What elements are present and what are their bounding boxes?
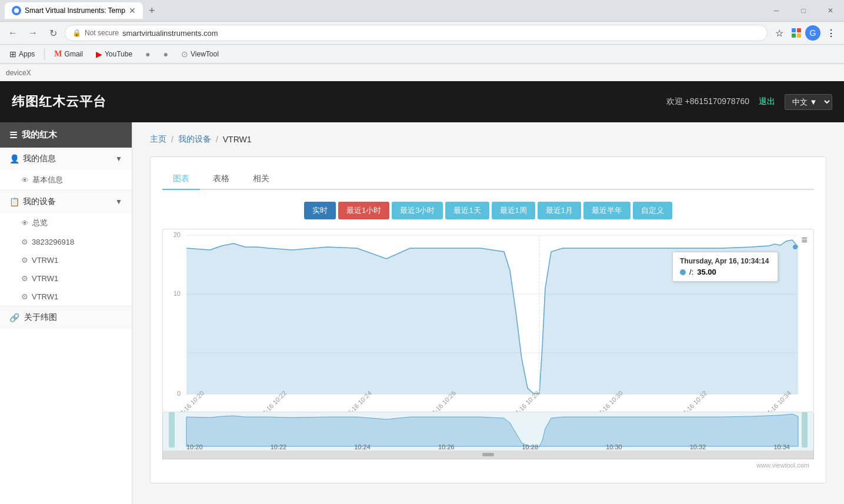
content-area: 主页 / 我的设备 / VTRW1 图表 表格 相关 实时 bbox=[132, 122, 844, 504]
sidebar-section-my-devices: 📋 我的设备 ▼ 👁 总览 ⚙ 3823296918 ⚙ bbox=[0, 191, 132, 306]
close-button[interactable]: ✕ bbox=[817, 0, 844, 21]
more-options-button[interactable]: ⋮ bbox=[823, 25, 839, 41]
bookmark-divider-1 bbox=[44, 49, 45, 59]
tooltip-date: Thursday, Apr 16, 10:34:14 bbox=[680, 257, 770, 265]
bookmark-star-button[interactable]: ☆ bbox=[771, 25, 788, 41]
window-status-text: deviceX bbox=[6, 69, 31, 77]
devices-icon: 📋 bbox=[9, 197, 19, 206]
address-bar[interactable]: 🔒 Not secure smartvirtualinstruments.com bbox=[65, 25, 768, 41]
mini-chart-left-handle[interactable] bbox=[169, 412, 175, 448]
sidebar-my-redwood[interactable]: ☰ 我的红木 bbox=[0, 122, 132, 148]
mini-chart-scrollbar[interactable] bbox=[163, 450, 813, 459]
eye-icon-basic: 👁 bbox=[21, 176, 29, 185]
sidebar-item-vtrw1-1[interactable]: ⚙ VTRW1 bbox=[0, 251, 132, 269]
extensions-icon[interactable] bbox=[790, 26, 803, 39]
mini-label-1028: 10:28 bbox=[522, 443, 539, 450]
filter-1d-button[interactable]: 最近1天 bbox=[445, 202, 489, 219]
forward-button[interactable]: → bbox=[25, 25, 41, 41]
sidebar-about[interactable]: 🔗 关于纬图 bbox=[0, 306, 132, 329]
browser-controls: ← → ↻ 🔒 Not secure smartvirtualinstrumen… bbox=[0, 21, 844, 45]
link-icon: 🔗 bbox=[9, 313, 19, 322]
reload-button[interactable]: ↻ bbox=[45, 25, 61, 41]
svg-point-21 bbox=[793, 245, 798, 249]
sidebar-basic-info-label: 基本信息 bbox=[32, 175, 63, 185]
viewtool-watermark: www.viewtool.com bbox=[162, 459, 814, 471]
sidebar-item-device-3823296918[interactable]: ⚙ 3823296918 bbox=[0, 233, 132, 251]
mini-chart-labels: 10:20 10:22 10:24 10:26 10:28 10:30 10:3… bbox=[163, 443, 813, 450]
profile-button[interactable]: G bbox=[805, 25, 820, 41]
sidebar: ☰ 我的红木 👤 我的信息 ▼ 👁 基本信息 bbox=[0, 122, 132, 504]
mini-label-1026: 10:26 bbox=[438, 443, 455, 450]
language-selector[interactable]: 中文 ▼ English bbox=[785, 94, 832, 110]
maximize-button[interactable]: □ bbox=[790, 0, 817, 21]
dot2-icon: ● bbox=[164, 49, 168, 59]
sidebar-my-devices-header[interactable]: 📋 我的设备 ▼ bbox=[0, 191, 132, 213]
sidebar-my-info-header[interactable]: 👤 我的信息 ▼ bbox=[0, 148, 132, 170]
sidebar-menu-icon: ☰ bbox=[9, 130, 17, 141]
mini-chart-svg bbox=[163, 412, 804, 448]
bookmark-gmail[interactable]: M Gmail bbox=[51, 48, 86, 60]
bookmark-youtube[interactable]: ▶ YouTube bbox=[92, 48, 136, 60]
main-layout: ☰ 我的红木 👤 我的信息 ▼ 👁 基本信息 bbox=[0, 122, 844, 504]
back-button[interactable]: ← bbox=[5, 25, 21, 41]
apps-grid-icon: ⊞ bbox=[9, 49, 16, 59]
filter-3h-button[interactable]: 最近3小时 bbox=[392, 202, 443, 219]
sidebar-my-redwood-label: 我的红木 bbox=[22, 129, 57, 141]
bookmark-dot1[interactable]: ● bbox=[142, 48, 154, 60]
tab-chart[interactable]: 图表 bbox=[162, 169, 200, 190]
filter-1w-button[interactable]: 最近1周 bbox=[492, 202, 535, 219]
new-tab-button[interactable]: + bbox=[145, 5, 159, 17]
chart-tooltip: Thursday, Apr 16, 10:34:14 /: 35.00 bbox=[672, 252, 778, 282]
logout-button[interactable]: 退出 bbox=[759, 96, 775, 107]
browser-actions: ☆ G ⋮ bbox=[771, 25, 839, 41]
url-text: smartvirtualinstruments.com bbox=[122, 29, 218, 38]
bookmark-youtube-label: YouTube bbox=[105, 50, 132, 58]
site-container: 纬图红木云平台 欢迎 +8615170978760 退出 中文 ▼ Englis… bbox=[0, 81, 844, 504]
tabs-row: 图表 表格 相关 bbox=[162, 169, 814, 190]
sidebar-overview-label: 总览 bbox=[32, 218, 48, 228]
filter-halfyear-button[interactable]: 最近半年 bbox=[583, 202, 631, 219]
sidebar-item-overview[interactable]: 👁 总览 bbox=[0, 213, 132, 233]
tab-close-button[interactable]: ✕ bbox=[129, 6, 136, 15]
mini-chart-right-handle[interactable] bbox=[802, 412, 808, 448]
dot1-icon: ● bbox=[145, 49, 150, 59]
bookmark-dot2[interactable]: ● bbox=[160, 48, 172, 60]
gear-icon-2: ⚙ bbox=[21, 256, 28, 265]
sidebar-item-vtrw1-2[interactable]: ⚙ VTRW1 bbox=[0, 269, 132, 288]
filter-realtime-button[interactable]: 实时 bbox=[304, 202, 336, 219]
sidebar-item-basic-info[interactable]: 👁 基本信息 bbox=[0, 170, 132, 190]
bookmark-viewtool[interactable]: ⊙ ViewTool bbox=[178, 48, 222, 60]
svg-rect-3 bbox=[792, 34, 796, 38]
browser-tab[interactable]: Smart Virtual Instruments: Temp ✕ bbox=[5, 2, 143, 19]
breadcrumb-home[interactable]: 主页 bbox=[150, 134, 166, 145]
chart-menu-icon[interactable]: ≡ bbox=[801, 234, 808, 246]
gear-icon-1: ⚙ bbox=[21, 238, 28, 246]
filter-custom-button[interactable]: 自定义 bbox=[633, 202, 672, 219]
bookmark-apps[interactable]: ⊞ 主页 Apps bbox=[6, 48, 38, 60]
mini-label-1034: 10:34 bbox=[773, 443, 790, 450]
window-status-bar: deviceX bbox=[0, 64, 844, 81]
mini-chart-container: 10:20 10:22 10:24 10:26 10:28 10:30 10:3… bbox=[162, 412, 814, 459]
tab-favicon bbox=[12, 6, 21, 15]
gear-icon-3: ⚙ bbox=[21, 274, 28, 283]
sidebar-item-vtrw1-3[interactable]: ⚙ VTRW1 bbox=[0, 288, 132, 306]
content-card: 图表 表格 相关 实时 最近1小时 最近3小时 最近1天 最近1周 最近1月 最… bbox=[150, 156, 826, 483]
top-bar-right: 欢迎 +8615170978760 退出 中文 ▼ English bbox=[666, 94, 832, 110]
tooltip-label: /: bbox=[689, 268, 693, 276]
url-prefix: Not secure bbox=[85, 29, 119, 37]
filter-1m-button[interactable]: 最近1月 bbox=[538, 202, 581, 219]
tab-related[interactable]: 相关 bbox=[242, 169, 280, 190]
minimize-button[interactable]: ─ bbox=[763, 0, 790, 21]
svg-point-0 bbox=[14, 8, 19, 13]
svg-rect-2 bbox=[797, 28, 801, 32]
sidebar-vtrw1-3-label: VTRW1 bbox=[32, 292, 58, 301]
breadcrumb-current: VTRW1 bbox=[223, 135, 252, 144]
breadcrumb-devices[interactable]: 我的设备 bbox=[178, 134, 211, 145]
bookmark-viewtool-label: ViewTool bbox=[191, 50, 219, 58]
filter-1h-button[interactable]: 最近1小时 bbox=[338, 202, 389, 219]
bookmark-gmail-label: Gmail bbox=[65, 50, 83, 58]
youtube-icon: ▶ bbox=[96, 49, 102, 59]
main-chart-wrapper: ≡ Thursday, Apr 16, 10:34:14 /: 35.00 bbox=[162, 229, 814, 412]
tab-table[interactable]: 表格 bbox=[202, 169, 240, 190]
my-devices-chevron: ▼ bbox=[115, 198, 122, 206]
